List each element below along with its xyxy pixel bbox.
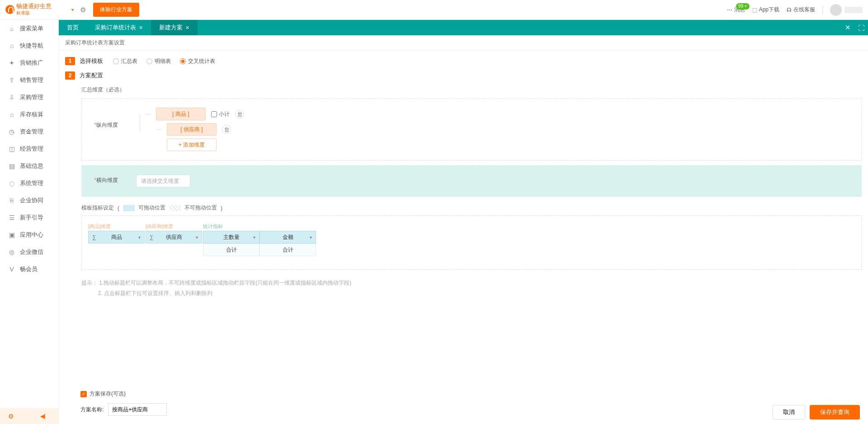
template-radio-1[interactable]: 明细表 bbox=[146, 57, 171, 65]
close-all-tabs-icon[interactable]: ✕ bbox=[841, 24, 854, 32]
template-radio-2[interactable]: 交叉统计表 bbox=[180, 57, 215, 65]
sidebar-item-5[interactable]: ⌂库存核算 bbox=[0, 106, 58, 123]
step-2-num: 2 bbox=[65, 71, 75, 80]
cancel-button[interactable]: 取消 bbox=[773, 405, 805, 419]
sidebar-settings-icon[interactable]: ⚙ bbox=[8, 413, 14, 420]
step-1-row: 1 选择模板 汇总表明细表交叉统计表 bbox=[65, 57, 862, 65]
sidebar-item-11[interactable]: ☰新手引导 bbox=[0, 209, 58, 226]
company-select[interactable]: ▾ bbox=[68, 7, 74, 12]
sidebar-item-8[interactable]: ▤基础信息 bbox=[0, 157, 58, 175]
radio-icon bbox=[113, 58, 119, 64]
sidebar-icon: ⎘ bbox=[8, 197, 15, 204]
sigma-icon: ∑ bbox=[150, 234, 154, 240]
add-dimension-button[interactable]: + 添加维度 bbox=[167, 138, 217, 151]
user-menu[interactable] bbox=[830, 4, 863, 16]
chevron-down-icon[interactable]: ▾ bbox=[310, 235, 312, 240]
th-product[interactable]: ∑ 商品 ▾ bbox=[88, 231, 145, 243]
sidebar-icon: ✦ bbox=[8, 59, 15, 67]
sidebar-icon: ◌ bbox=[8, 180, 15, 187]
sidebar-item-14[interactable]: V畅会员 bbox=[0, 261, 58, 278]
messages-badge: 99 + bbox=[736, 3, 750, 10]
delete-dim-product-icon[interactable]: 🗑 bbox=[235, 110, 244, 119]
download-icon: ⬚ bbox=[752, 7, 757, 13]
th-amount[interactable]: 金额 ▾ bbox=[259, 231, 316, 243]
page-title: 采购订单统计表方案设置 bbox=[59, 35, 868, 51]
cross-dim-select[interactable]: 请选择交叉维度 bbox=[136, 175, 190, 187]
sidebar-icon: ☰ bbox=[8, 214, 15, 221]
sidebar-item-9[interactable]: ◌系统管理 bbox=[0, 175, 58, 192]
tab-close-icon[interactable]: ✕ bbox=[139, 25, 143, 31]
template-radio-0[interactable]: 汇总表 bbox=[113, 57, 137, 65]
sidebar-item-1[interactable]: ⌂快捷导航 bbox=[0, 37, 58, 54]
sidebar: ⌕搜索菜单⌂快捷导航✦营销推广⇪销售管理⇩采购管理⌂库存核算◷资金管理◫经营管理… bbox=[0, 20, 59, 424]
sidebar-item-0[interactable]: ⌕搜索菜单 bbox=[0, 20, 58, 37]
summary-dim-label: 汇总维度（必选） bbox=[81, 86, 862, 94]
td-amount-total: 合计 bbox=[259, 243, 316, 256]
tab-0[interactable]: 首页 bbox=[59, 20, 87, 35]
message-icon: ⋯ bbox=[727, 7, 732, 13]
check-icon: ✓ bbox=[80, 391, 87, 397]
sidebar-item-10[interactable]: ⎘企业协同 bbox=[0, 192, 58, 209]
messages-link[interactable]: ⋯ 消息 99 + bbox=[727, 6, 745, 14]
sidebar-icon: ⌂ bbox=[8, 42, 15, 49]
logo-icon bbox=[5, 5, 14, 14]
app-header: 畅捷通好生意 标准版 ▾ ⚙ 体验行业方案 ⋯ 消息 99 + ⬚ App下载 … bbox=[0, 0, 868, 20]
indicator-table-area: [商品]维度 ∑ 商品 ▾ bbox=[81, 215, 862, 270]
main-area: 首页采购订单统计表✕新建方案✕ ✕ ⛶ 采购订单统计表方案设置 1 选择模板 汇… bbox=[59, 20, 868, 424]
horizontal-dim-label: *横向维度 bbox=[88, 175, 118, 184]
sigma-icon: ∑ bbox=[92, 234, 96, 240]
td-qty-total: 合计 bbox=[203, 243, 259, 256]
tab-1[interactable]: 采购订单统计表✕ bbox=[87, 20, 151, 35]
plan-name-label: 方案名称: bbox=[80, 406, 104, 414]
avatar-icon bbox=[830, 4, 842, 16]
group-label-product: [商品]维度 bbox=[88, 222, 145, 231]
sidebar-collapse-icon[interactable]: ◀⎸ bbox=[40, 413, 50, 420]
subtotal-check-input[interactable] bbox=[211, 111, 217, 117]
logo-name: 畅捷通好生意 bbox=[16, 3, 52, 10]
th-qty[interactable]: 主数量 ▾ bbox=[203, 231, 259, 243]
chevron-down-icon[interactable]: ▾ bbox=[253, 235, 255, 240]
save-plan-checkbox[interactable]: ✓ 方案保存(可选) bbox=[80, 390, 862, 398]
sidebar-footer: ⚙ ◀⎸ bbox=[0, 408, 58, 424]
sidebar-item-13[interactable]: ◎企业微信 bbox=[0, 243, 58, 261]
step-2-row: 2 方案配置 bbox=[65, 71, 862, 80]
sidebar-icon: ◎ bbox=[8, 248, 15, 256]
sidebar-item-2[interactable]: ✦营销推广 bbox=[0, 54, 58, 71]
legend-fixed-icon bbox=[169, 205, 181, 211]
horizontal-dim-panel: *横向维度 请选择交叉维度 bbox=[81, 165, 862, 197]
th-supplier[interactable]: ∑ 供应商 ▾ bbox=[146, 231, 202, 243]
vertical-dim-label: *纵向维度 bbox=[88, 108, 118, 129]
chevron-down-icon[interactable]: ▾ bbox=[138, 235, 141, 240]
subtotal-checkbox[interactable]: 小计 bbox=[211, 110, 230, 118]
dim-supplier-box[interactable]: [ 供应商 ] bbox=[167, 123, 217, 136]
sidebar-item-3[interactable]: ⇪销售管理 bbox=[0, 71, 58, 89]
delete-dim-supplier-icon[interactable]: 🗑 bbox=[222, 125, 231, 134]
plan-name-input[interactable] bbox=[108, 403, 167, 416]
hints: 提示： 1.拖动标题栏可以调整布局，不可跨维度或指标区域拖动栏目字段(只能在同一… bbox=[81, 278, 862, 299]
online-service-link[interactable]: ☊ 在线客服 bbox=[787, 6, 815, 14]
footer-bar: 取消 保存并查询 bbox=[773, 405, 860, 419]
sidebar-item-6[interactable]: ◷资金管理 bbox=[0, 123, 58, 140]
save-section: ✓ 方案保存(可选) 方案名称: bbox=[59, 385, 868, 424]
group-label-metric: 统计指标 bbox=[203, 222, 316, 231]
indicator-legend: 模板指标设定 ( 可拖动位置 不可拖动位置 ) bbox=[81, 204, 862, 212]
tab-2[interactable]: 新建方案✕ bbox=[151, 20, 198, 35]
save-query-button[interactable]: 保存并查询 bbox=[810, 405, 860, 419]
fullscreen-icon[interactable]: ⛶ bbox=[854, 24, 868, 32]
sidebar-icon: ⇩ bbox=[8, 94, 15, 101]
sidebar-item-7[interactable]: ◫经营管理 bbox=[0, 140, 58, 157]
dim-product-box[interactable]: [ 商品 ] bbox=[156, 108, 206, 120]
chevron-down-icon[interactable]: ▾ bbox=[196, 235, 198, 240]
sidebar-icon: ▤ bbox=[8, 162, 15, 170]
trial-button[interactable]: 体验行业方案 bbox=[93, 3, 139, 17]
sidebar-item-12[interactable]: ▣应用中心 bbox=[0, 226, 58, 243]
sidebar-item-4[interactable]: ⇩采购管理 bbox=[0, 89, 58, 106]
legend-draggable-icon bbox=[123, 205, 135, 211]
sidebar-icon: ⌂ bbox=[8, 111, 15, 118]
step-1-label: 选择模板 bbox=[80, 57, 103, 65]
tab-close-icon[interactable]: ✕ bbox=[185, 25, 189, 31]
app-download-link[interactable]: ⬚ App下载 bbox=[752, 6, 779, 14]
sidebar-icon: ⇪ bbox=[8, 76, 15, 84]
settings-gear-icon[interactable]: ⚙ bbox=[80, 6, 86, 14]
sidebar-icon: V bbox=[8, 266, 15, 273]
